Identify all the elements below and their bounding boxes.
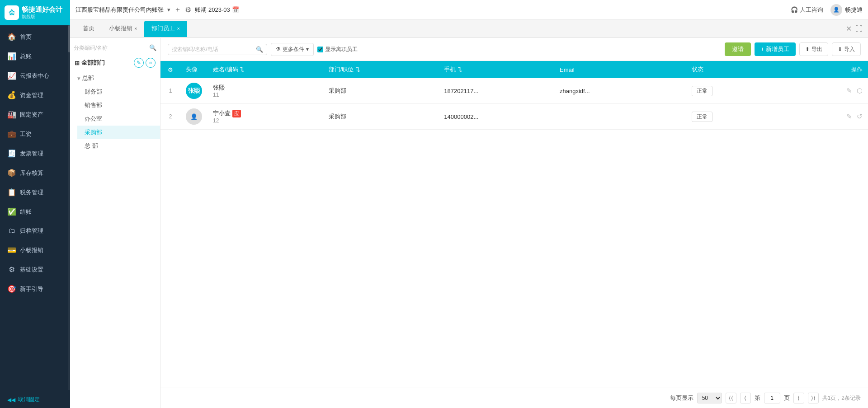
expense-icon: 💳 <box>7 246 16 254</box>
sidebar-item-settings[interactable]: ⚙ 基础设置 <box>0 260 70 279</box>
last-page-btn[interactable]: ⟩⟩ <box>808 393 819 403</box>
status-badge: 正常 <box>692 112 712 122</box>
calendar-icon[interactable]: 📅 <box>232 6 239 13</box>
sidebar-item-checkout[interactable]: ✅ 结账 <box>0 202 70 221</box>
dept-actions: ✎ « <box>134 58 156 68</box>
th-dept[interactable]: 部门/职位 ⇅ <box>323 61 439 78</box>
tab-employees[interactable]: 部门员工 × <box>144 21 187 37</box>
nav-label-ledger: 总账 <box>20 52 32 61</box>
dept-node-purchase[interactable]: 采购部 <box>77 126 160 139</box>
prev-page-btn[interactable]: ⟨ <box>740 393 751 403</box>
export-btn[interactable]: ⬆ 导出 <box>799 42 828 56</box>
invite-btn[interactable]: 邀请 <box>725 42 751 56</box>
chevron-down-icon: ▾ <box>306 46 309 52</box>
more-btn[interactable]: ↺ <box>857 113 863 121</box>
tab-close-icon[interactable]: ✕ <box>846 24 852 33</box>
sidebar-item-archive[interactable]: 🗂 归档管理 <box>0 221 70 240</box>
dept-header: ⊞ 全部部门 ✎ « <box>70 54 160 71</box>
sidebar-item-assets[interactable]: 🏭 固定资产 <box>0 105 70 124</box>
search-icon[interactable]: 🔍 <box>256 46 263 53</box>
sidebar-item-funds[interactable]: 💰 资金管理 <box>0 85 70 105</box>
cell-avatar: 👤 <box>180 104 208 130</box>
dept-node-hq2[interactable]: 总 部 <box>77 139 160 153</box>
cell-dept: 采购部 <box>323 104 439 130</box>
topbar: 江西服宝精品有限责任公司内账张 ▾ ＋ ⚙ 账期 2023-03 📅 🎧 人工咨… <box>70 0 868 20</box>
dept-collapse-btn[interactable]: « <box>146 58 156 68</box>
salary-icon: 💼 <box>7 130 16 138</box>
filter-btn[interactable]: ⚗ 更多条件 ▾ <box>271 43 314 56</box>
nav-label-invoice: 发票管理 <box>20 150 43 158</box>
tabs-right: ✕ ⛶ <box>846 24 863 33</box>
all-dept-btn[interactable]: ⊞ 全部部门 <box>75 59 105 67</box>
service-btn[interactable]: 🎧 人工咨询 <box>791 6 823 14</box>
dept-search-icon[interactable]: 🔍 <box>149 44 156 51</box>
scrollbar-thumb[interactable] <box>68 25 70 52</box>
edit-btn[interactable]: ✎ <box>846 113 852 121</box>
dept-parent-hq[interactable]: ▾ 总部 <box>74 71 160 85</box>
sidebar-item-reports[interactable]: 📈 云报表中心 <box>0 66 70 85</box>
tab-expense[interactable]: 小畅报销 × <box>102 21 144 37</box>
tab-expand-icon[interactable]: ⛶ <box>855 25 863 33</box>
sidebar-item-expense[interactable]: 💳 小畅报销 <box>0 240 70 260</box>
pagination: 每页显示 50 20 100 ⟨⟨ ⟨ 第 页 ⟩ ⟩⟩ 共1页，2条记录 <box>160 388 868 408</box>
import-btn[interactable]: ⬇ 导入 <box>832 42 861 56</box>
status-badge: 正常 <box>692 86 712 96</box>
first-page-btn[interactable]: ⟨⟨ <box>726 393 736 403</box>
th-settings[interactable]: ⚙ <box>160 61 180 78</box>
nav-label-expense: 小畅报销 <box>20 246 43 254</box>
sidebar-item-invoice[interactable]: 🧾 发票管理 <box>0 144 70 163</box>
th-phone[interactable]: 手机 ⇅ <box>439 61 554 78</box>
sidebar-item-salary[interactable]: 💼 工资 <box>0 124 70 144</box>
dept-edit-btn[interactable]: ✎ <box>134 58 144 68</box>
show-resigned-input[interactable] <box>317 47 323 52</box>
th-email: Email <box>554 61 686 78</box>
topbar-settings-icon[interactable]: ⚙ <box>185 5 191 14</box>
scrollbar-track[interactable] <box>68 25 70 390</box>
page-suffix: 页 <box>784 394 790 402</box>
toolbar-right: 邀请 + 新增员工 ⬆ 导出 ⬇ 导入 <box>725 42 861 56</box>
sidebar-nav: 🏠 首页 📊 总账 📈 云报表中心 💰 资金管理 🏭 固定资产 💼 工资 🧾 发… <box>0 25 70 391</box>
th-name[interactable]: 姓名/编码 ⇅ <box>208 61 323 78</box>
show-resigned-checkbox[interactable]: 显示离职员工 <box>317 46 358 53</box>
cell-email <box>554 104 686 130</box>
app-sub: 旗舰版 <box>22 14 62 20</box>
topbar-right: 🎧 人工咨询 👤 畅捷通 <box>791 4 863 16</box>
avatar: 张熙 <box>186 83 202 99</box>
sidebar-item-home[interactable]: 🏠 首页 <box>0 27 70 47</box>
unpin-btn[interactable]: ◀◀ 取消固定 <box>0 391 70 408</box>
cell-email: zhangxidf... <box>554 78 686 104</box>
sidebar-item-inventory[interactable]: 📦 库存核算 <box>0 163 70 183</box>
dept-search-input[interactable] <box>74 45 147 51</box>
th-status: 状态 <box>686 61 785 78</box>
dept-node-sales[interactable]: 销售部 <box>77 98 160 112</box>
add-company-btn[interactable]: ＋ <box>174 5 181 14</box>
nav-label-checkout: 结账 <box>20 208 32 216</box>
funds-icon: 💰 <box>7 91 16 99</box>
per-page-label: 每页显示 <box>670 394 693 402</box>
company-dropdown-icon[interactable]: ▾ <box>167 6 170 13</box>
dept-node-office[interactable]: 办公室 <box>77 112 160 126</box>
per-page-select[interactable]: 50 20 100 <box>697 393 722 403</box>
employee-search-input[interactable] <box>172 46 256 52</box>
sidebar-item-guide[interactable]: 🎯 新手引导 <box>0 279 70 299</box>
nav-label-tax: 税务管理 <box>20 188 43 197</box>
row-num: 1 <box>160 78 180 104</box>
sidebar-item-tax[interactable]: 📋 税务管理 <box>0 183 70 202</box>
right-panel: 🔍 ⚗ 更多条件 ▾ 显示离职员工 邀请 + 新增员工 ⬆ 导出 <box>160 38 868 408</box>
tab-home[interactable]: 首页 <box>75 21 102 37</box>
tab-expense-close[interactable]: × <box>134 26 137 31</box>
add-employee-btn[interactable]: + 新增员工 <box>755 42 796 56</box>
edit-btn[interactable]: ✎ <box>846 87 852 95</box>
invoice-icon: 🧾 <box>7 149 16 158</box>
app-name: 畅捷通好会计 <box>22 5 62 14</box>
ledger-icon: 📊 <box>7 52 16 61</box>
next-page-btn[interactable]: ⟩ <box>793 393 804 403</box>
archive-icon: 🗂 <box>7 227 16 235</box>
more-btn[interactable]: ⬡ <box>857 87 863 95</box>
page-input[interactable] <box>764 393 780 403</box>
user-info[interactable]: 👤 畅捷通 <box>830 4 863 16</box>
filter-icon: ⚗ <box>276 46 281 52</box>
dept-node-finance[interactable]: 财务部 <box>77 85 160 98</box>
sidebar-item-ledger[interactable]: 📊 总账 <box>0 47 70 66</box>
tab-employees-close[interactable]: × <box>177 26 179 31</box>
